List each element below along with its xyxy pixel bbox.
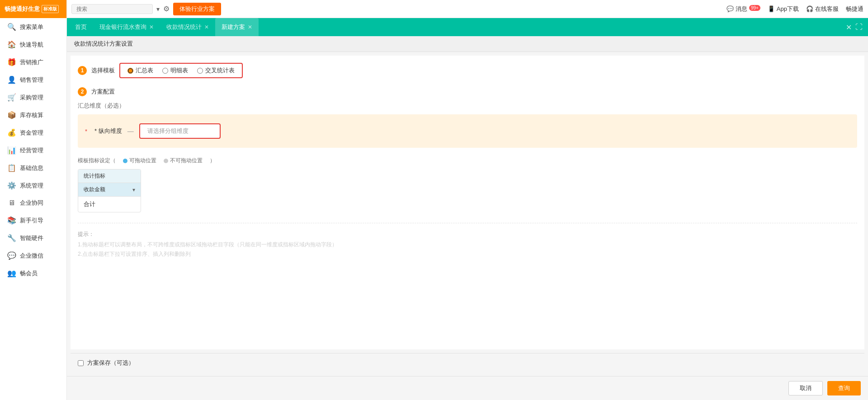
sidebar-item-hardware[interactable]: 🔧 智能硬件 [0, 229, 66, 247]
sidebar-item-label: 企业微信 [20, 252, 43, 260]
sidebar-item-quick-nav[interactable]: 🏠 快速导航 [0, 36, 66, 53]
non-draggable-label: 不可拖动位置 [170, 157, 203, 165]
online-service-btn[interactable]: 🎧 在线客服 [806, 5, 839, 13]
app-download-label: App下载 [777, 5, 799, 13]
tab-home-label: 首页 [75, 23, 87, 31]
radio-detail[interactable]: 明细表 [162, 66, 188, 75]
sales-icon: 👤 [7, 75, 16, 84]
tab-collection-stat[interactable]: 收款情况统计 ✕ [160, 18, 215, 36]
close-collection-stat-tab-icon[interactable]: ✕ [204, 24, 209, 30]
logo-text: 畅捷通好生意 [5, 5, 40, 13]
sidebar-item-label: 畅会员 [20, 269, 38, 278]
sidebar-item-member[interactable]: 👥 畅会员 [0, 264, 66, 282]
step1-header: 1 选择模板 汇总表 明细表 交叉统计表 [78, 63, 857, 78]
sidebar-item-sales[interactable]: 👤 销售管理 [0, 71, 66, 89]
radio-cross-input[interactable] [197, 68, 203, 74]
tips-title: 提示： [78, 231, 857, 238]
step2-header: 2 方案配置 [78, 87, 857, 96]
cancel-button[interactable]: 取消 [788, 381, 823, 395]
basic-info-icon: 📋 [7, 164, 16, 172]
save-checkbox[interactable] [78, 360, 84, 366]
sidebar-item-purchase[interactable]: 🛒 采购管理 [0, 89, 66, 106]
vertical-dimension-label: * 纵向维度 [94, 127, 122, 135]
sidebar-item-wechat[interactable]: 💬 企业微信 [0, 247, 66, 264]
radio-summary-label: 汇总表 [136, 66, 153, 75]
sidebar-item-basic-info[interactable]: 📋 基础信息 [0, 159, 66, 177]
tab-new-plan-label: 新建方案 [222, 23, 245, 31]
edition-badge: 标准版 [42, 5, 59, 13]
tab-home[interactable]: 首页 [69, 18, 93, 36]
home-icon: 🏠 [7, 40, 16, 49]
sidebar-item-marketing[interactable]: 🎁 营销推广 [0, 53, 66, 71]
chevron-down-icon[interactable]: ▾ [156, 5, 160, 13]
member-icon: 👥 [7, 269, 16, 278]
industry-btn[interactable]: 体验行业方案 [173, 3, 221, 15]
sidebar-item-search-menu[interactable]: 🔍 搜索菜单 [0, 18, 66, 36]
hardware-icon: 🔧 [7, 234, 16, 242]
sidebar-item-label: 采购管理 [20, 94, 43, 102]
sidebar-item-finance[interactable]: 💰 资金管理 [0, 124, 66, 141]
query-button[interactable]: 查询 [827, 381, 861, 395]
wechat-icon: 💬 [7, 251, 16, 260]
save-option-label[interactable]: 方案保存（可选） [87, 359, 134, 367]
radio-cross[interactable]: 交叉统计表 [197, 66, 235, 75]
dimension-title: 汇总维度（必选） [78, 102, 857, 110]
notifications-btn[interactable]: 💬 消息 99+ [726, 5, 760, 13]
step2-section: 2 方案配置 汇总维度（必选） * * 纵向维度 — 请选择分组维度 [78, 87, 857, 258]
dimension-select[interactable]: 请选择分组维度 [139, 123, 221, 139]
sidebar-item-business[interactable]: 📊 经营管理 [0, 141, 66, 159]
sidebar-item-system[interactable]: ⚙️ 系统管理 [0, 177, 66, 194]
tab-bank-flow[interactable]: 现金银行流水查询 ✕ [93, 18, 160, 36]
column-header[interactable]: 收款金额 ▾ [78, 183, 141, 197]
draggable-label: 可拖动位置 [129, 157, 156, 165]
topbar-right: 💬 消息 99+ 📱 App下载 🎧 在线客服 畅捷通 [726, 5, 863, 13]
sidebar-item-label: 营销推广 [20, 58, 43, 66]
business-icon: 📊 [7, 146, 16, 155]
beginner-icon: 📚 [7, 216, 16, 225]
step2-number: 2 [78, 87, 87, 96]
search-input[interactable] [71, 4, 153, 14]
metrics-label-prefix: 模板指标设定（ [78, 157, 116, 164]
template-radio-group: 汇总表 明细表 交叉统计表 [119, 63, 243, 78]
sidebar-item-inventory[interactable]: 📦 库存核算 [0, 106, 66, 124]
close-bank-flow-tab-icon[interactable]: ✕ [149, 24, 154, 30]
settings-gear-icon[interactable]: ⚙ [163, 5, 170, 13]
radio-summary[interactable]: 汇总表 [127, 66, 153, 75]
system-icon: ⚙️ [7, 181, 16, 190]
page-title: 收款情况统计方案设置 [67, 36, 868, 52]
headset-icon: 🎧 [806, 5, 813, 12]
notifications-badge: 99+ [749, 5, 760, 11]
sidebar-item-enterprise-coop[interactable]: 🖥 企业协同 [0, 194, 66, 212]
draggable-dot-icon [123, 159, 127, 163]
marketing-icon: 🎁 [7, 58, 16, 66]
metrics-header-text: 模板指标设定（ [78, 157, 116, 165]
step1-section: 1 选择模板 汇总表 明细表 交叉统计表 [78, 63, 857, 78]
non-draggable-indicator: 不可拖动位置 [164, 157, 203, 165]
sidebar-item-label: 销售管理 [20, 76, 43, 84]
app-icon: 📱 [768, 5, 775, 12]
radio-summary-input[interactable] [127, 68, 133, 74]
tab-new-plan[interactable]: 新建方案 ✕ [215, 18, 259, 36]
radio-detail-input[interactable] [162, 68, 168, 74]
user-name-btn[interactable]: 畅捷通 [846, 5, 863, 13]
bottom-bar: 取消 查询 [67, 376, 868, 400]
sidebar-item-label: 基础信息 [20, 164, 43, 172]
close-new-plan-tab-icon[interactable]: ✕ [248, 24, 252, 30]
sidebar-item-beginner[interactable]: 📚 新手引导 [0, 212, 66, 229]
online-service-label: 在线客服 [815, 5, 839, 13]
sidebar-item-label: 系统管理 [20, 182, 43, 190]
arrow-right-icon: — [127, 127, 134, 135]
main-content: ▾ ⚙ 体验行业方案 💬 消息 99+ 📱 App下载 🎧 在线客服 畅捷通 [67, 0, 868, 400]
close-all-tabs-icon[interactable]: ✕ [846, 23, 852, 32]
tips-section: 提示： 1.拖动标题栏可以调整布局，不可跨维度或指标区域拖动栏目字段（只能在同一… [78, 223, 857, 258]
tab-collection-stat-label: 收款情况统计 [166, 23, 202, 31]
sidebar: 畅捷通好生意 标准版 🔍 搜索菜单 🏠 快速导航 🎁 营销推广 👤 销售管理 🛒… [0, 0, 67, 400]
app-download-btn[interactable]: 📱 App下载 [768, 5, 799, 13]
non-draggable-dot-icon [164, 159, 168, 163]
radio-cross-label: 交叉统计表 [205, 66, 235, 75]
notifications-label: 消息 [736, 5, 747, 13]
tabs-actions: ✕ ⛶ [846, 23, 866, 32]
column-chevron-icon[interactable]: ▾ [132, 187, 135, 193]
column-label: 收款金额 [84, 186, 105, 193]
maximize-icon[interactable]: ⛶ [855, 23, 863, 31]
